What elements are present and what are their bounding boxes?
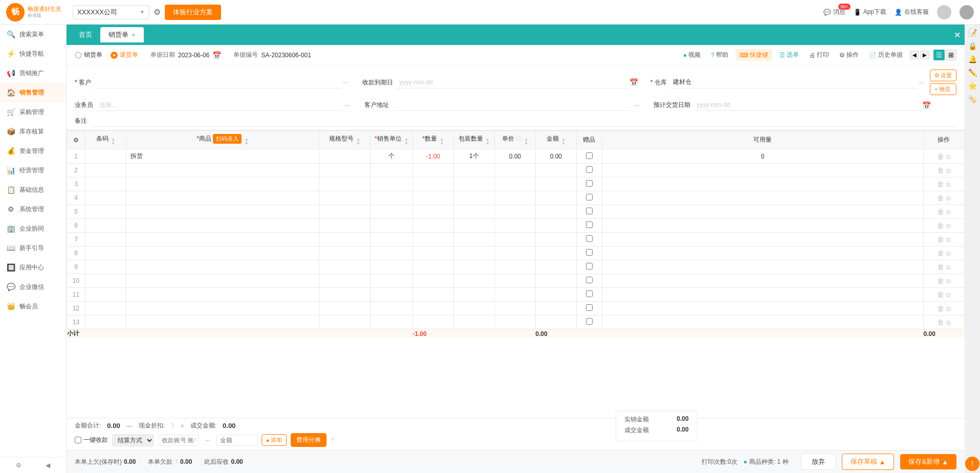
app-download-button[interactable]: 📱 App下载 xyxy=(854,8,886,16)
sidebar-item-operations[interactable]: 📊 经营管理 xyxy=(0,161,66,180)
sidebar-item-inventory[interactable]: 📦 库存核算 xyxy=(0,122,66,141)
user-avatar[interactable] xyxy=(960,5,974,19)
staff-input[interactable] xyxy=(96,99,343,111)
customer-input[interactable] xyxy=(94,77,341,88)
online-service-button[interactable]: 👤 在线客服 xyxy=(895,8,929,16)
sidebar-settings-icon[interactable]: ⚙ xyxy=(16,462,21,469)
delete-icon-5[interactable]: 🗑 xyxy=(937,221,944,230)
nav-next[interactable]: ▶ xyxy=(920,51,929,59)
radio-sales[interactable]: 销货单 xyxy=(75,51,102,59)
one-click-check[interactable] xyxy=(75,437,81,443)
history-btn[interactable]: 📄 历史单据 xyxy=(866,49,906,61)
delete-icon-12[interactable]: 🗑 xyxy=(937,318,944,326)
cell-gift-1[interactable] xyxy=(576,164,602,177)
copy-icon-9[interactable]: ⧉ xyxy=(946,278,951,285)
sidebar-item-guide[interactable]: 📖 新手引导 xyxy=(0,238,66,258)
delete-icon-7[interactable]: 🗑 xyxy=(937,249,944,257)
sidebar-item-basic[interactable]: 📋 基础信息 xyxy=(0,180,66,199)
delete-icon-8[interactable]: 🗑 xyxy=(937,263,944,271)
notes-input[interactable] xyxy=(91,115,956,127)
close-tab-icon[interactable]: ✕ xyxy=(954,30,961,40)
method-select[interactable]: 结算方式 xyxy=(112,434,154,446)
sidebar-item-sales[interactable]: 🏠 销售管理 xyxy=(0,83,66,102)
cell-gift-0[interactable] xyxy=(576,149,602,164)
copy-icon-0[interactable]: ⧉ xyxy=(946,153,951,161)
operate-btn[interactable]: ⚙ 操作 xyxy=(836,49,862,61)
cell-gift-4[interactable] xyxy=(576,205,602,219)
customer-address-input[interactable] xyxy=(392,99,633,111)
cell-gift-2[interactable] xyxy=(576,177,602,191)
print-btn[interactable]: 🖨 打印 xyxy=(806,49,832,61)
cell-gift-6[interactable] xyxy=(576,233,602,246)
save-new-button[interactable]: 保存&新增 ▲ xyxy=(900,454,956,469)
copy-icon-10[interactable]: ⧉ xyxy=(946,291,951,299)
sidebar-item-member[interactable]: 👑 畅会员 xyxy=(0,297,66,316)
select-btn[interactable]: ☰ 选单 xyxy=(776,49,802,61)
sidebar-item-enterprise[interactable]: 🏢 企业协同 xyxy=(0,219,66,238)
scan-button[interactable]: 扫码录入 xyxy=(213,134,242,144)
copy-icon-3[interactable]: ⧉ xyxy=(946,195,951,202)
delete-icon-0[interactable]: 🗑 xyxy=(937,152,944,161)
tab-sales-order[interactable]: 销货单 ✕ xyxy=(100,27,144,42)
settings-button[interactable]: ⚙ 设置 xyxy=(930,70,956,81)
right-panel-edit[interactable]: ✏️ xyxy=(966,66,978,79)
cell-gift-8[interactable] xyxy=(576,260,602,274)
trial-button[interactable]: 体验行业方案 xyxy=(165,5,221,20)
tab-home[interactable]: 首页 xyxy=(71,27,100,42)
copy-icon-4[interactable]: ⧉ xyxy=(946,209,951,216)
logistics-button[interactable]: + 物流 xyxy=(930,83,956,95)
copy-icon-5[interactable]: ⧉ xyxy=(946,222,951,230)
warehouse-ellipsis[interactable]: ··· xyxy=(917,79,926,86)
company-selector[interactable]: XXXXXX公司 ▼ xyxy=(73,5,149,19)
copy-icon-2[interactable]: ⧉ xyxy=(946,181,951,188)
sidebar-item-purchase[interactable]: 🛒 采购管理 xyxy=(0,102,66,122)
copy-icon-11[interactable]: ⧉ xyxy=(946,305,951,312)
message-button[interactable]: 💬 消息 99+ xyxy=(823,8,845,16)
sidebar-item-search[interactable]: 🔍 搜索菜单 xyxy=(0,25,66,44)
amount-input[interactable] xyxy=(216,435,257,446)
cell-gift-5[interactable] xyxy=(576,219,602,233)
delete-icon-9[interactable]: 🗑 xyxy=(937,277,944,285)
copy-icon-8[interactable]: ⧉ xyxy=(946,264,951,271)
sidebar-item-wechat[interactable]: 💬 企业微信 xyxy=(0,277,66,297)
delete-icon-6[interactable]: 🗑 xyxy=(937,235,944,243)
delete-icon-4[interactable]: 🗑 xyxy=(937,208,944,216)
cell-gift-12[interactable] xyxy=(576,316,602,329)
help-btn[interactable]: ? 帮助 xyxy=(708,49,731,61)
right-panel-notes[interactable]: 📝 xyxy=(966,27,978,39)
copy-icon-6[interactable]: ⧉ xyxy=(946,236,951,243)
save-draft-button[interactable]: 保存草稿 ▲ xyxy=(842,454,895,470)
account-ellipsis[interactable]: ··· xyxy=(203,437,212,444)
sidebar-item-marketing[interactable]: 📢 营销推广 xyxy=(0,63,66,83)
cell-gift-3[interactable] xyxy=(576,191,602,205)
copy-icon-7[interactable]: ⧉ xyxy=(946,250,951,257)
add-button[interactable]: ● ● 添加 添加 xyxy=(262,434,287,446)
discard-button[interactable]: 放弃 xyxy=(801,454,836,470)
avatar[interactable] xyxy=(937,5,951,19)
video-btn[interactable]: ● 视频 xyxy=(680,49,704,61)
copy-icon-1[interactable]: ⧉ xyxy=(946,167,951,174)
radio-return[interactable]: 退货单 xyxy=(111,51,138,59)
expense-split-button[interactable]: 费用分摊 xyxy=(291,433,326,447)
nav-prev[interactable]: ◀ xyxy=(910,51,919,59)
delete-icon-2[interactable]: 🗑 xyxy=(937,180,944,188)
settings-icon[interactable]: ⚙ xyxy=(154,7,161,17)
sidebar-item-finance[interactable]: 💰 资金管理 xyxy=(0,141,66,161)
delete-icon-11[interactable]: 🗑 xyxy=(937,304,944,312)
col-settings-icon[interactable]: ⚙ xyxy=(73,137,79,144)
sidebar-collapse-icon[interactable]: ◀ xyxy=(46,462,50,469)
shortcut-btn[interactable]: ⌨ 快捷键 xyxy=(735,49,772,61)
address-ellipsis[interactable]: ··· xyxy=(632,102,641,109)
expected-date-input[interactable] xyxy=(693,99,922,111)
cell-gift-11[interactable] xyxy=(576,302,602,316)
list-view-icon[interactable]: ☰ xyxy=(933,50,945,60)
sidebar-item-system[interactable]: ⚙ 系统管理 xyxy=(0,199,66,219)
delete-icon-1[interactable]: 🗑 xyxy=(937,166,944,174)
right-panel-tag[interactable]: 🏷️ xyxy=(966,93,978,105)
grid-view-icon[interactable]: ⊞ xyxy=(946,50,956,60)
delete-icon-3[interactable]: 🗑 xyxy=(937,194,944,202)
warehouse-input[interactable] xyxy=(670,77,917,88)
right-panel-orange[interactable]: ! xyxy=(965,457,979,471)
date-calendar-icon[interactable]: 📅 xyxy=(212,51,221,59)
cell-gift-9[interactable] xyxy=(576,274,602,288)
